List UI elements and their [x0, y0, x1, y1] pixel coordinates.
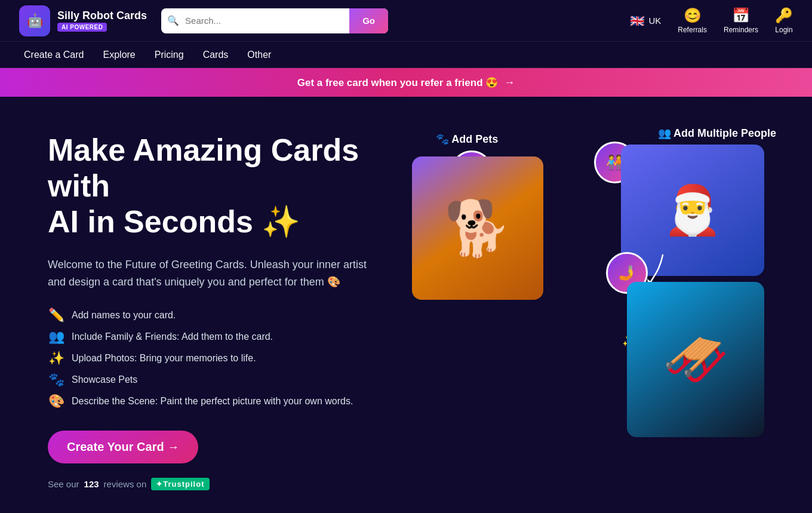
nav-pricing[interactable]: Pricing: [155, 47, 184, 63]
create-card-button[interactable]: Create Your Card →: [48, 431, 198, 463]
search-icon: 🔍: [161, 15, 185, 26]
brand-name: Silly Robot Cards: [57, 10, 147, 23]
reminders-icon: 📅: [732, 7, 750, 24]
feature-text-1: Include Family & Friends: Add them to th…: [72, 331, 273, 342]
flag-icon: 🇬🇧: [630, 14, 645, 28]
feature-list: ✏️ Add names to your card. 👥 Include Fam…: [48, 308, 376, 409]
hero-title: Make Amazing Cards with AI in Seconds ✨: [48, 133, 376, 239]
referrals-icon: 😊: [684, 7, 702, 24]
locale-button[interactable]: 🇬🇧 UK: [630, 14, 661, 28]
feature-icon-2: ✨: [48, 351, 64, 366]
dog-card-image: 🐕: [412, 156, 543, 300]
arrow-selfies-icon: [639, 249, 675, 285]
hero-section: Make Amazing Cards with AI in Seconds ✨ …: [0, 97, 812, 513]
trustpilot-logo: ✦Trustpilot: [151, 478, 209, 490]
main-nav: Create a Card Explore Pricing Cards Othe…: [0, 42, 812, 68]
reminders-button[interactable]: 📅 Reminders: [724, 7, 758, 34]
feature-text-0: Add names to your card.: [72, 310, 176, 321]
referrals-button[interactable]: 😊 Referrals: [678, 7, 707, 34]
label-add-pets: 🐾 Add Pets: [436, 133, 498, 146]
logo-link[interactable]: 🤖 Silly Robot Cards AI POWERED: [19, 5, 147, 36]
hero-title-line1: Make Amazing Cards with: [48, 133, 359, 203]
trustpilot-pre: See our: [48, 479, 79, 489]
feature-icon-0: ✏️: [48, 308, 64, 323]
logo-icon: 🤖: [19, 5, 50, 36]
promo-banner[interactable]: Get a free card when you refer a friend …: [0, 68, 812, 97]
people-label-text: 👥 Add Multiple People: [658, 127, 776, 140]
search-form: 🔍 Go: [161, 8, 388, 33]
feature-icon-3: 🐾: [48, 372, 64, 388]
list-item: 🐾 Showcase Pets: [48, 372, 376, 388]
hero-description: Welcome to the Future of Greeting Cards.…: [48, 256, 376, 291]
login-label: Login: [775, 26, 792, 34]
reminders-label: Reminders: [724, 26, 758, 34]
site-header: 🤖 Silly Robot Cards AI POWERED 🔍 Go 🇬🇧 U…: [0, 0, 812, 42]
feature-text-4: Describe the Scene: Paint the perfect pi…: [72, 396, 353, 407]
nav-cards[interactable]: Cards: [203, 47, 229, 63]
search-button[interactable]: Go: [349, 8, 388, 33]
list-item: 👥 Include Family & Friends: Add them to …: [48, 329, 376, 345]
promo-text: Get a free card when you refer a friend …: [297, 76, 499, 89]
pets-label-text: 🐾 Add Pets: [436, 133, 498, 146]
login-button[interactable]: 🔑 Login: [775, 7, 793, 34]
hero-title-line2: AI in Seconds ✨: [48, 204, 300, 239]
feature-text-2: Upload Photos: Bring your memories to li…: [72, 353, 256, 364]
feature-icon-4: 🎨: [48, 394, 64, 409]
feature-text-3: Showcase Pets: [72, 374, 137, 385]
logo-text-block: Silly Robot Cards AI POWERED: [57, 10, 147, 32]
search-input[interactable]: [185, 16, 349, 26]
promo-arrow-icon: →: [504, 76, 515, 89]
referrals-label: Referrals: [678, 26, 707, 34]
trustpilot-mid: reviews on: [104, 479, 147, 489]
trustpilot-row: See our 123 reviews on ✦Trustpilot: [48, 478, 376, 490]
list-item: 🎨 Describe the Scene: Paint the perfect …: [48, 394, 376, 409]
trustpilot-count: 123: [84, 479, 99, 489]
header-right: 🇬🇧 UK 😊 Referrals 📅 Reminders 🔑 Login: [630, 7, 793, 34]
feature-icon-1: 👥: [48, 329, 64, 345]
locale-label: UK: [648, 16, 661, 26]
nav-explore[interactable]: Explore: [103, 47, 136, 63]
hero-right-collage: 🐾 Add Pets 🐶 🐕 👥 Add Multiple People 🧑‍🤝…: [400, 127, 776, 443]
login-icon: 🔑: [775, 7, 793, 24]
label-add-people: 👥 Add Multiple People: [658, 127, 776, 140]
list-item: ✨ Upload Photos: Bring your memories to …: [48, 351, 376, 366]
hero-left: Make Amazing Cards with AI in Seconds ✨ …: [48, 127, 376, 490]
selfie-card-image: 🛷: [627, 282, 764, 437]
ai-badge: AI POWERED: [57, 23, 107, 32]
nav-create-a-card[interactable]: Create a Card: [24, 47, 84, 63]
nav-other[interactable]: Other: [247, 47, 271, 63]
list-item: ✏️ Add names to your card.: [48, 308, 376, 323]
